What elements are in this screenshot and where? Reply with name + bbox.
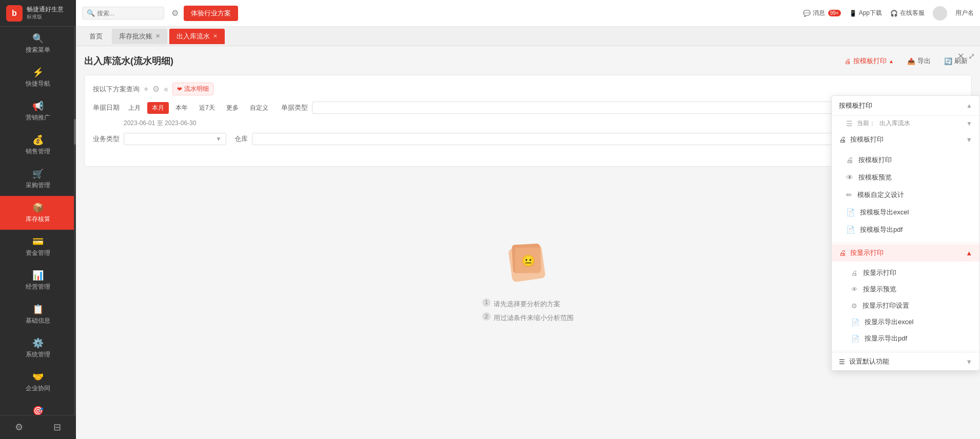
print-template-button[interactable]: 🖨 按模板打印 ▲ [840, 54, 898, 68]
date-btn-this-year[interactable]: 本年 [171, 102, 192, 114]
quick-nav-icon: ⚡ [32, 67, 44, 78]
sidebar-item-collab[interactable]: 🤝 企业协同 [0, 365, 76, 399]
online-service-label: 在线客服 [900, 9, 925, 17]
filter-collapse-icon[interactable]: « [164, 85, 168, 94]
template-excel-label: 按模板导出excel [860, 208, 909, 217]
refresh-icon: 🔄 [944, 57, 952, 65]
date-btn-more[interactable]: 更多 [222, 102, 243, 114]
tab-home[interactable]: 首页 [82, 29, 110, 44]
display-preview-icon: 👁 [851, 286, 858, 293]
display-section-items: 🖨 按显示打印 👁 按显示预览 ⚙ 按显示打印设置 📄 按显示导出excel 📄 [832, 262, 979, 350]
window-maximize-icon[interactable]: ⤢ [968, 51, 975, 61]
sidebar-nav: 🔍 搜索菜单 ⚡ 快捷导航 📢 营销推广 💰 销售管理 🛒 采购管理 📦 库存核… [0, 27, 76, 415]
export-button[interactable]: 📤 导出 [903, 54, 935, 68]
app-download-item[interactable]: 📱 App下载 [849, 9, 882, 17]
filter-add-button[interactable]: + [144, 85, 148, 94]
sidebar-item-finance[interactable]: 💳 资金管理 [0, 230, 76, 264]
sidebar-settings-icon[interactable]: ⚙ [15, 422, 23, 433]
display-preview-label: 按显示预览 [863, 285, 896, 294]
sidebar-item-label: 资金管理 [26, 249, 50, 257]
topbar-search-box[interactable]: 🔍 [82, 7, 164, 19]
empty-text: 1 请先选择要分析的方案 2 用过滤条件来缩小分析范围 [482, 298, 574, 326]
date-buttons: 上月 本月 本年 近7天 更多 自定义 [124, 102, 273, 114]
sidebar-item-system[interactable]: ⚙️ 系统管理 [0, 331, 76, 365]
template-pdf-icon: 📄 [846, 226, 855, 234]
tab-flow[interactable]: 出入库流水 ✕ [169, 29, 225, 44]
dropdown-footer-item[interactable]: ☰ 设置默认功能 ▼ [832, 352, 979, 370]
display-excel-label: 按显示导出excel [865, 317, 913, 327]
sidebar-item-marketing[interactable]: 📢 营销推广 [0, 94, 76, 128]
template-print-item[interactable]: 🖨 按模板打印 [832, 151, 979, 169]
display-print-group-label: 按显示打印 [850, 248, 884, 257]
display-settings-label: 按显示打印设置 [863, 301, 909, 310]
topbar-gear-icon[interactable]: ⚙ [171, 8, 179, 18]
date-btn-this-month[interactable]: 本月 [147, 102, 169, 114]
display-settings-icon: ⚙ [851, 302, 857, 310]
filter-business-item: 业务类型 ▼ [93, 133, 226, 145]
sidebar-item-label: 经营管理 [26, 283, 50, 291]
template-preview-item[interactable]: 👁 按模板预览 [832, 169, 979, 186]
message-label: 消息 [813, 9, 825, 17]
sidebar: b 畅捷通好生意 标准版 🔍 搜索菜单 ⚡ 快捷导航 📢 营销推广 💰 销售管理… [0, 0, 76, 439]
message-item[interactable]: 💬 消息 99+ [803, 9, 841, 17]
sidebar-item-label: 采购管理 [26, 181, 50, 190]
template-preview-label: 按模板预览 [858, 173, 892, 182]
sidebar-item-label: 快捷导航 [26, 79, 50, 88]
display-print-group-icon: 🖨 [839, 249, 846, 257]
tab-batch[interactable]: 库存批次账 ✕ [112, 29, 167, 44]
sidebar-item-label: 企业协同 [26, 384, 50, 393]
window-close-icon[interactable]: ✕ [957, 51, 964, 61]
search-input[interactable] [97, 10, 160, 17]
date-btn-custom[interactable]: 自定义 [245, 102, 273, 114]
template-design-item[interactable]: ✏ 模板自定义设计 [832, 186, 979, 204]
display-pdf-item[interactable]: 📄 按显示导出pdf [832, 330, 979, 347]
step-2-number: 2 [482, 312, 491, 321]
sidebar-item-label: 销售管理 [26, 147, 50, 156]
filter-settings-icon[interactable]: ⚙ [152, 84, 160, 94]
template-pdf-item[interactable]: 📄 按模板导出pdf [832, 221, 979, 238]
empty-step-1: 1 请先选择要分析的方案 [482, 298, 574, 310]
industry-solution-button[interactable]: 体验行业方案 [184, 6, 238, 21]
date-btn-7days[interactable]: 近7天 [194, 102, 220, 114]
template-excel-item[interactable]: 📄 按模板导出excel [832, 204, 979, 221]
sidebar-item-search[interactable]: 🔍 搜索菜单 [0, 27, 76, 61]
page-content: 出入库流水(流水明细) 🖨 按模板打印 ▲ 📤 导出 🔄 刷新 ✕ [76, 46, 980, 439]
display-preview-item[interactable]: 👁 按显示预览 [832, 281, 979, 297]
date-btn-last-month[interactable]: 上月 [124, 102, 145, 114]
tabbar: 首页 库存批次账 ✕ 出入库流水 ✕ [76, 27, 980, 46]
topbar-search-icon: 🔍 [87, 9, 95, 17]
dropdown-header: 按模板打印 ▲ [832, 96, 979, 116]
page-header: 出入库流水(流水明细) 🖨 按模板打印 ▲ 📤 导出 🔄 刷新 [84, 54, 972, 68]
user-name: 用户名 [955, 9, 974, 17]
dropdown-section-display[interactable]: 🖨 按显示打印 ▲ [832, 244, 979, 262]
template-design-label: 模板自定义设计 [857, 190, 904, 199]
dropdown-collapse-arrow[interactable]: ▲ [966, 102, 972, 109]
tab-batch-close-icon[interactable]: ✕ [155, 33, 160, 39]
print-dropdown-panel: 按模板打印 ▲ ☰ 当前： 出入库流水 ▼ 🖨 按模板打印 ▼ [831, 95, 980, 371]
sidebar-item-operation[interactable]: 📊 经营管理 [0, 264, 76, 297]
template-print-item-icon: 🖨 [846, 156, 853, 164]
current-label-icon: ☰ [846, 119, 853, 128]
display-excel-item[interactable]: 📄 按显示导出excel [832, 314, 979, 330]
user-avatar[interactable] [933, 6, 947, 21]
page-title: 出入库流水(流水明细) [84, 55, 173, 67]
printer-icon: 🖨 [845, 57, 851, 65]
sidebar-menu-icon[interactable]: ⊟ [53, 422, 61, 433]
sidebar-item-guide[interactable]: 🎯 新手引导 [0, 399, 76, 415]
online-service-item[interactable]: 🎧 在线客服 [890, 9, 925, 17]
sidebar-item-sales[interactable]: 💰 销售管理 [0, 128, 76, 162]
sidebar-item-quick-nav[interactable]: ⚡ 快捷导航 [0, 61, 76, 94]
sidebar-item-label: 搜索菜单 [26, 46, 50, 54]
display-settings-item[interactable]: ⚙ 按显示打印设置 [832, 297, 979, 314]
dropdown-section-template[interactable]: 🖨 按模板打印 ▼ [832, 131, 979, 148]
sidebar-item-inventory[interactable]: 📦 库存核算 [0, 196, 76, 230]
tab-flow-close-icon[interactable]: ✕ [213, 33, 218, 39]
date-range-text: 2023-06-01 至 2023-06-30 [124, 119, 196, 127]
sidebar-item-purchase[interactable]: 🛒 采购管理 [0, 162, 76, 196]
sidebar-item-basic[interactable]: 📋 基础信息 [0, 297, 76, 331]
filter-business-select[interactable]: ▼ [124, 133, 226, 145]
display-print-item[interactable]: 🖨 按显示打印 [832, 265, 979, 281]
filter-type-label: 单据类型 [281, 103, 308, 112]
print-template-label: 按模板打印 [853, 56, 887, 66]
display-pdf-label: 按显示导出pdf [865, 334, 907, 343]
